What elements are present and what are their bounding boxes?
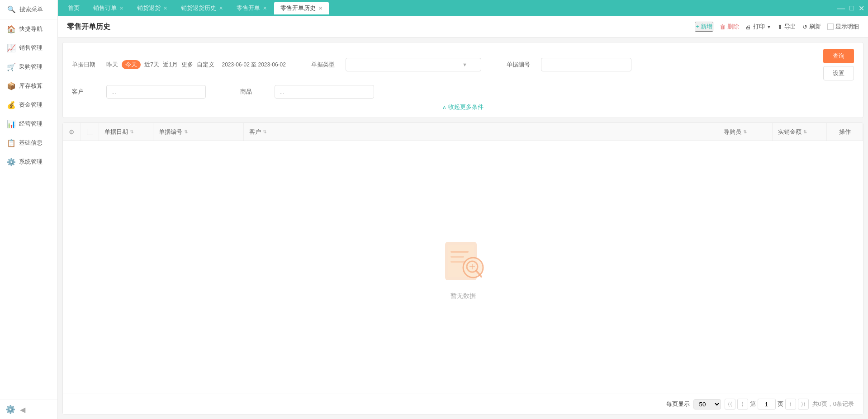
sidebar-label-purchase-mgmt: 采购管理 xyxy=(19,63,43,71)
page-input[interactable]: 1 xyxy=(758,399,776,410)
window-minimize-icon[interactable]: — xyxy=(837,4,845,13)
sidebar-item-basic-info[interactable]: 📋 基础信息 xyxy=(0,133,57,152)
sidebar-item-inventory[interactable]: 📦 库存核算 xyxy=(0,76,57,95)
settings-icon: ⚙ xyxy=(69,128,75,136)
tab-sales-return-history-close[interactable]: ✕ xyxy=(219,5,223,11)
th-settings[interactable]: ⚙ xyxy=(63,123,81,141)
purchase-icon: 🛒 xyxy=(7,63,15,71)
th-date-label: 单据日期 xyxy=(104,128,128,136)
refresh-button[interactable]: ↺ 刷新 xyxy=(802,23,821,31)
sidebar-item-quick-nav[interactable]: 🏠 快捷导航 xyxy=(0,19,57,38)
filter-row-1: 单据日期 昨天 今天 近7天 近1月 更多 自定义 2023-06-02 至 2… xyxy=(72,49,854,80)
page-first-btn[interactable]: ⟨⟨ xyxy=(725,399,735,410)
date-opt-today[interactable]: 今天 xyxy=(122,60,141,69)
th-amount: 实销金额 ⇅ xyxy=(773,123,827,141)
query-button[interactable]: 查询 xyxy=(823,49,854,63)
sidebar-item-sales-mgmt[interactable]: 📈 销售管理 xyxy=(0,38,57,57)
filter-collapse-btn[interactable]: ∧ 收起更多条件 xyxy=(72,103,854,111)
date-opt-7days[interactable]: 近7天 xyxy=(144,61,159,69)
tab-sales-return-history[interactable]: 销货退货历史 ✕ xyxy=(175,2,229,14)
date-opt-custom[interactable]: 自定义 xyxy=(197,61,214,69)
empty-state: 暂无数据 xyxy=(63,141,863,394)
tab-retail-open-history-close[interactable]: ✕ xyxy=(318,5,323,11)
tab-retail-open-label: 零售开单 xyxy=(237,4,260,12)
tab-sales-return-label: 销货退货 xyxy=(137,4,161,12)
checkbox-all-icon xyxy=(87,129,93,135)
sidebar-label-sales-mgmt: 销售管理 xyxy=(19,44,43,52)
page-last-btn[interactable]: ⟩⟩ xyxy=(798,399,809,410)
table-area: ⚙ 单据日期 ⇅ 单据编号 ⇅ 客户 ⇅ 导购员 xyxy=(62,122,863,414)
header-actions: + 新增 🗑 删除 🖨 打印 ▼ ⬆ 导出 ↺ 刷新 xyxy=(695,22,859,32)
date-opt-1month[interactable]: 近1月 xyxy=(163,61,178,69)
table-header: ⚙ 单据日期 ⇅ 单据编号 ⇅ 客户 ⇅ 导购员 xyxy=(63,123,863,141)
sidebar-item-operations[interactable]: 📊 经营管理 xyxy=(0,114,57,133)
tab-retail-open[interactable]: 零售开单 ✕ xyxy=(230,2,273,14)
print-chevron-icon: ▼ xyxy=(767,24,771,29)
per-page-select[interactable]: 50 10 20 100 xyxy=(693,399,721,410)
th-date: 单据日期 ⇅ xyxy=(99,123,153,141)
th-date-sort-icon[interactable]: ⇅ xyxy=(130,129,133,134)
sidebar-bottom: ⚙️ ◀ xyxy=(0,400,57,419)
filter-settings-button[interactable]: 设置 xyxy=(823,66,854,80)
page-title: 零售开单历史 xyxy=(67,22,110,32)
print-button[interactable]: 🖨 打印 ▼ xyxy=(745,23,771,31)
page-next-btn[interactable]: ⟩ xyxy=(785,399,796,410)
sidebar-label-inventory: 库存核算 xyxy=(19,82,43,90)
add-button[interactable]: + 新增 xyxy=(695,22,713,32)
page-header: 零售开单历史 + 新增 🗑 删除 🖨 打印 ▼ ⬆ 导出 xyxy=(58,16,868,38)
tab-sales-return-history-label: 销货退货历史 xyxy=(181,4,216,12)
date-opt-more[interactable]: 更多 xyxy=(181,61,193,69)
doc-type-chevron-icon: ▼ xyxy=(462,62,467,67)
th-check[interactable] xyxy=(81,123,99,141)
display-detail-checkbox[interactable] xyxy=(827,24,834,30)
tab-sales-return[interactable]: 销货退货 ✕ xyxy=(131,2,174,14)
window-maximize-icon[interactable]: □ xyxy=(849,4,854,12)
tab-retail-open-history[interactable]: 零售开单历史 ✕ xyxy=(274,2,329,14)
date-opt-yesterday[interactable]: 昨天 xyxy=(106,61,118,69)
tab-home[interactable]: 首页 xyxy=(62,2,86,14)
svg-rect-2 xyxy=(451,251,469,253)
sidebar-item-purchase-mgmt[interactable]: 🛒 采购管理 xyxy=(0,57,57,76)
goods-select[interactable]: ... xyxy=(275,85,374,99)
sidebar-search[interactable]: 🔍 搜索采单 xyxy=(0,0,57,19)
export-button[interactable]: ⬆ 导出 xyxy=(778,23,796,31)
date-label: 单据日期 xyxy=(72,61,99,69)
th-guide: 导购员 ⇅ xyxy=(718,123,773,141)
empty-illustration xyxy=(436,235,490,285)
print-label: 打印 xyxy=(753,23,765,31)
th-ops: 操作 xyxy=(827,123,863,141)
th-guide-sort-icon[interactable]: ⇅ xyxy=(743,129,747,134)
doc-num-input[interactable] xyxy=(541,58,631,71)
sidebar-item-finance[interactable]: 💰 资金管理 xyxy=(0,95,57,114)
filter-row-2: 客户 ... 商品 ... xyxy=(72,85,854,99)
delete-button[interactable]: 🗑 删除 xyxy=(720,23,739,31)
tab-home-label: 首页 xyxy=(68,4,80,12)
display-detail-option[interactable]: 显示明细 xyxy=(827,23,859,31)
add-label: + 新增 xyxy=(696,23,712,31)
window-close-icon[interactable]: ✕ xyxy=(859,4,864,13)
tab-sales-return-close[interactable]: ✕ xyxy=(163,5,167,11)
th-num-sort-icon[interactable]: ⇅ xyxy=(184,129,188,134)
th-num-label: 单据编号 xyxy=(159,128,182,136)
svg-rect-3 xyxy=(451,256,464,258)
th-amount-sort-icon[interactable]: ⇅ xyxy=(803,129,807,134)
th-customer-sort-icon[interactable]: ⇅ xyxy=(263,129,266,134)
th-num: 单据编号 ⇅ xyxy=(153,123,244,141)
doc-type-select[interactable]: ▼ xyxy=(346,58,481,71)
print-icon: 🖨 xyxy=(745,24,751,30)
customer-select[interactable]: ... xyxy=(106,85,206,99)
tab-bar: 首页 销售订单 ✕ 销货退货 ✕ 销货退货历史 ✕ 零售开单 ✕ 零售开单历史 … xyxy=(58,0,868,16)
tab-sales-order[interactable]: 销售订单 ✕ xyxy=(87,2,130,14)
date-range-value: 2023-06-02 至 2023-06-02 xyxy=(222,61,285,69)
page-prev-btn[interactable]: ⟨ xyxy=(737,399,748,410)
sidebar-label-operations: 经营管理 xyxy=(19,120,43,128)
tab-retail-open-close[interactable]: ✕ xyxy=(263,5,267,11)
tab-sales-order-close[interactable]: ✕ xyxy=(119,5,123,11)
sidebar-item-system[interactable]: ⚙️ 系统管理 xyxy=(0,152,57,171)
sidebar-collapse-icon[interactable]: ◀ xyxy=(20,405,25,414)
tab-retail-open-history-label: 零售开单历史 xyxy=(280,4,316,12)
bottom-settings-icon[interactable]: ⚙️ xyxy=(5,405,15,414)
sidebar-label-finance: 资金管理 xyxy=(19,101,43,109)
goods-label: 商品 xyxy=(240,88,267,96)
th-ops-label: 操作 xyxy=(839,128,851,136)
